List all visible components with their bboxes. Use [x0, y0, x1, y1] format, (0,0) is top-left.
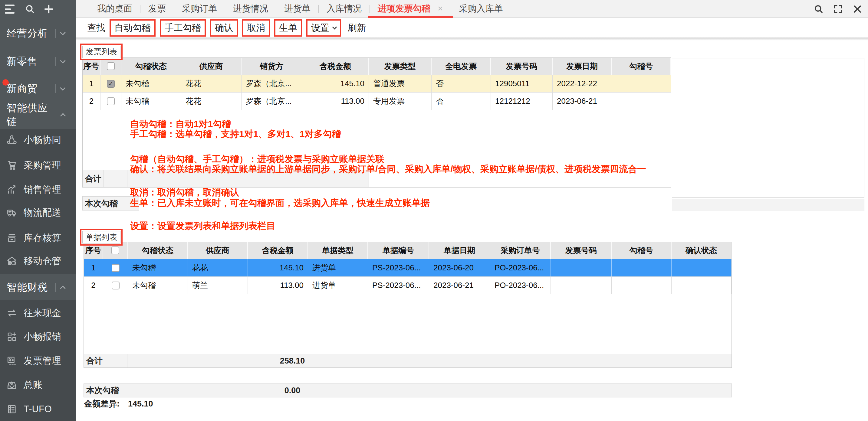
sidebar-group-smart-finance[interactable]: 智能财税	[0, 280, 76, 295]
select-all-checkbox[interactable]: ✓	[107, 62, 115, 70]
tab-label: 进货情况	[233, 4, 268, 13]
sidebar-item-label: 物流配送	[24, 206, 61, 219]
sidebar-item-sales[interactable]: 销售管理	[0, 182, 76, 197]
invoice-table-row[interactable]: 2 ✓ 未勾稽 花花 罗森（北京... 113.00 专用发票 否 121212…	[83, 93, 671, 110]
sidebar-top-icons	[0, 0, 76, 18]
refresh-button[interactable]: 刷新	[348, 22, 366, 34]
sidebar: 经营分析 新零售 新商贸 智能供应链 小畅协同 采购管理	[0, 0, 76, 421]
divider	[55, 84, 56, 93]
sidebar-item-logistics[interactable]: 物流配送	[0, 205, 76, 220]
tab-purchase-order[interactable]: 采购订单	[174, 0, 225, 18]
invoice-table-row[interactable]: 1 ✓ 未勾稽 花花 罗森（北京... 145.10 普通发票 否 129050…	[83, 75, 671, 93]
cell-doc-date: 2023-06-21	[429, 277, 490, 294]
manual-reconcile-button[interactable]: 手工勾稽	[165, 22, 201, 34]
select-all-checkbox[interactable]: ✓	[112, 247, 119, 254]
divider	[55, 57, 56, 66]
expense-icon	[6, 331, 18, 343]
col-doc-type: 单据类型	[308, 242, 368, 259]
close-icon[interactable]	[852, 4, 863, 14]
sidebar-item-collab[interactable]: 小畅协同	[0, 132, 76, 148]
row-checkbox[interactable]: ✓	[107, 80, 115, 88]
cell-confirm-status	[672, 277, 732, 294]
fullscreen-icon[interactable]	[833, 4, 843, 14]
cell-po-no: PO-2023-06...	[490, 259, 551, 277]
generate-doc-button[interactable]: 生单	[279, 22, 297, 34]
col-confirm-status: 确认状态	[672, 242, 732, 259]
ledger-icon	[6, 379, 18, 391]
tab-label: 发票	[148, 4, 166, 13]
chevron-up-icon	[60, 113, 66, 119]
cell-amount: 145.10	[302, 75, 369, 92]
sidebar-item-invoice-mgmt[interactable]: 发票管理	[0, 353, 76, 368]
tab-close-icon[interactable]: ×	[438, 3, 443, 13]
tab-input-invoice-reconciliation[interactable]: 进项发票勾稽 ×	[370, 0, 451, 18]
sidebar-group-new-trade[interactable]: 新商贸	[0, 81, 76, 96]
collab-icon	[6, 134, 18, 146]
cancel-button-highlight: 取消	[242, 19, 270, 37]
cell-recon-status: 未勾稽	[121, 93, 181, 110]
annotation-settings: 设置：设置发票列表和单据列表栏目	[130, 220, 275, 232]
cell-invoice-type: 普通发票	[369, 75, 432, 92]
sidebar-item-expense[interactable]: 小畅报销	[0, 329, 76, 344]
cell-invoice-no	[551, 277, 612, 294]
truck-icon	[6, 207, 18, 218]
sidebar-item-cash[interactable]: 往来现金	[0, 305, 76, 321]
sidebar-item-label: 采购管理	[24, 159, 61, 172]
tab-incoming-status[interactable]: 进货情况	[225, 0, 276, 18]
tab-inbound-status[interactable]: 入库情况	[319, 0, 370, 18]
sidebar-item-purchase[interactable]: 采购管理	[0, 158, 76, 173]
col-doc-date: 单据日期	[429, 242, 490, 259]
sidebar-item-inventory[interactable]: 库存核算	[0, 230, 76, 246]
doc-table-header: 序号 ✓ 勾稽状态 供应商 含税金额 单据类型 单据编号 单据日期 采购订单号 …	[84, 242, 732, 259]
auto-reconcile-button[interactable]: 自动勾稽	[115, 22, 151, 34]
cell-seq: 1	[84, 259, 103, 277]
confirm-button[interactable]: 确认	[215, 22, 233, 34]
total-label: 合计	[84, 354, 104, 367]
doc-total-row: 合计 258.10	[84, 354, 732, 367]
tab-purchase-inbound-doc[interactable]: 采购入库单	[451, 0, 511, 18]
cart-icon	[6, 160, 18, 171]
sidebar-group-label: 新零售	[7, 55, 37, 68]
find-button[interactable]: 查找	[87, 22, 105, 34]
add-icon[interactable]	[43, 4, 54, 14]
cell-recon-no	[612, 93, 671, 110]
col-doc-no: 单据编号	[368, 242, 429, 259]
cell-recon-status: 未勾稽	[121, 75, 181, 92]
sidebar-item-mobile-warehouse[interactable]: 移动仓管	[0, 254, 76, 268]
search-icon[interactable]	[813, 4, 824, 14]
menu-icon[interactable]	[5, 4, 15, 13]
tab-invoice[interactable]: 发票	[141, 0, 174, 18]
settings-button[interactable]: 设置	[311, 22, 329, 34]
tab-incoming-doc[interactable]: 进货单	[276, 0, 318, 18]
cell-doc-type: 进货单	[308, 277, 368, 294]
doc-table-row[interactable]: 2 ✓ 未勾稽 萌兰 113.00 进货单 PS-2023-06... 2023…	[84, 277, 732, 294]
doc-table-row[interactable]: 1 ✓ 未勾稽 花花 145.10 进货单 PS-2023-06... 2023…	[84, 259, 732, 277]
sidebar-item-general-ledger[interactable]: 总账	[0, 378, 76, 393]
cell-invoice-type: 专用发票	[369, 93, 432, 110]
sidebar-group-smart-supply-chain[interactable]: 智能供应链	[0, 107, 76, 123]
window-icons	[813, 0, 863, 18]
cell-all-electric: 否	[432, 93, 491, 110]
total-cell	[103, 170, 127, 187]
cancel-button[interactable]: 取消	[247, 22, 265, 34]
search-icon[interactable]	[25, 4, 35, 14]
divider	[56, 110, 56, 120]
tab-my-desktop[interactable]: 我的桌面	[89, 0, 140, 18]
cell-select: ✓	[100, 75, 121, 92]
app-window: 经营分析 新零售 新商贸 智能供应链 小畅协同 采购管理	[0, 0, 868, 421]
sidebar-item-tufo[interactable]: T-UFO	[0, 402, 76, 417]
col-recon-no: 勾稽号	[612, 58, 671, 75]
row-checkbox[interactable]: ✓	[107, 97, 115, 105]
col-supplier: 供应商	[181, 58, 242, 75]
doc-list-label-highlight: 单据列表	[80, 229, 123, 246]
sidebar-item-label: 总账	[24, 379, 42, 391]
row-checkbox[interactable]: ✓	[112, 264, 120, 272]
sidebar-group-label: 经营分析	[7, 27, 48, 40]
tab-label: 采购入库单	[459, 4, 503, 13]
content-area: 发票列表 序号 ✓ 勾稽状态 供应商 销货方 含税金额 发票类型 全电发票 发票…	[76, 37, 868, 421]
sidebar-group-new-retail[interactable]: 新零售	[0, 54, 76, 69]
sidebar-group-business-analysis[interactable]: 经营分析	[0, 26, 76, 41]
row-checkbox[interactable]: ✓	[112, 282, 120, 289]
divider	[55, 29, 56, 38]
col-recon-status: 勾稽状态	[121, 58, 181, 75]
